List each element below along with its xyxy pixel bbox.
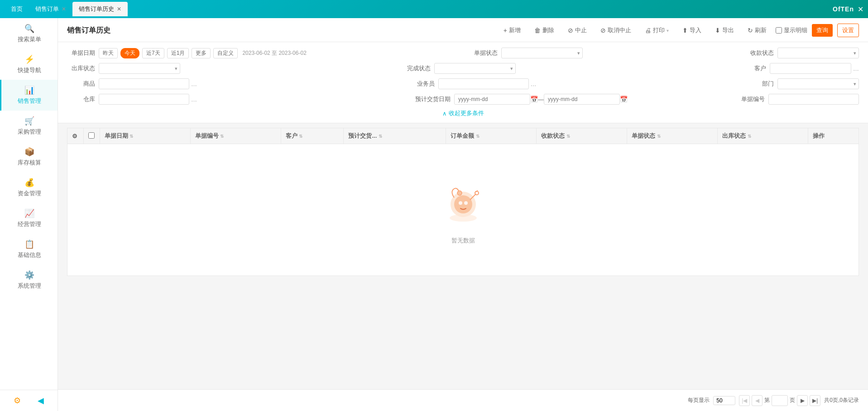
complete-select[interactable]: [434, 63, 516, 74]
delivery-date-start[interactable]: [454, 94, 530, 105]
table-body: 暂无数据: [67, 144, 859, 276]
empty-cell: 暂无数据: [67, 144, 859, 276]
tab-sales-order-history-close[interactable]: ✕: [117, 6, 121, 12]
customer-dots[interactable]: …: [853, 65, 859, 72]
print-button[interactable]: 🖨 打印 ▾: [640, 24, 673, 37]
date-7days[interactable]: 近7天: [142, 48, 164, 58]
th-date-sort[interactable]: ⇅: [129, 134, 133, 139]
th-payment-status: 收款状态 ⇅: [537, 128, 627, 144]
status-label: 单据状态: [470, 49, 501, 57]
filter-row-4: 仓库 … 预计交货日期 📅 — 📅 单据编号: [67, 94, 859, 105]
th-out-status-sort[interactable]: ⇅: [748, 134, 751, 139]
cancel-stop-icon: ⊘: [600, 27, 606, 34]
sidebar: 🔍 搜索菜单 ⚡ 快捷导航 📊 销售管理 🛒 采购管理 📦 库存核算 💰 资金管…: [0, 18, 58, 411]
salesperson-input[interactable]: [438, 78, 529, 89]
th-delivery-sort[interactable]: ⇅: [379, 134, 382, 139]
sidebar-item-quick-nav[interactable]: ⚡ 快捷导航: [0, 49, 58, 80]
date-1month[interactable]: 近1月: [167, 48, 189, 58]
delivery-date-end[interactable]: [544, 94, 620, 105]
refresh-button[interactable]: ↻ 刷新: [743, 24, 771, 37]
page-title: 销售订单历史: [67, 26, 110, 40]
sidebar-collapse-icon[interactable]: ◀: [38, 396, 44, 406]
stop-button[interactable]: ⊘ 中止: [563, 24, 591, 37]
date-more[interactable]: 更多: [192, 48, 211, 58]
page-first-btn[interactable]: |◀: [739, 395, 750, 406]
new-label: 新增: [509, 26, 521, 34]
collapse-button[interactable]: ∧ 收起更多条件: [442, 109, 484, 117]
sidebar-item-search-menu-label: 搜索菜单: [18, 35, 41, 44]
per-page-select[interactable]: 10 20 50 100: [713, 396, 735, 405]
dept-select[interactable]: [777, 78, 859, 89]
delete-button[interactable]: 🗑 删除: [530, 24, 559, 37]
date-end-icon[interactable]: 📅: [620, 96, 628, 103]
th-number-sort[interactable]: ⇅: [220, 134, 224, 139]
filter-row-1: 单据日期 昨天 今天 近7天 近1月 更多 自定义 2023-06-02 至 2…: [67, 48, 859, 58]
date-yesterday[interactable]: 昨天: [99, 48, 118, 58]
display-toggle-label: 显示明细: [784, 26, 807, 34]
tab-sales-order-history[interactable]: 销售订单历史 ✕: [72, 2, 128, 16]
print-icon: 🖨: [645, 27, 651, 34]
sidebar-item-system-mgmt[interactable]: ⚙️ 系统管理: [0, 265, 58, 295]
import-icon: ⬆: [682, 27, 688, 34]
new-button[interactable]: + 新增: [499, 24, 525, 37]
export-button[interactable]: ⬇ 导出: [710, 24, 739, 37]
order-no-label: 单据编号: [737, 95, 768, 103]
sidebar-item-purchase-mgmt[interactable]: 🛒 采购管理: [0, 111, 58, 141]
payment-select-wrapper: [777, 48, 859, 58]
delete-icon: 🗑: [534, 27, 541, 34]
sidebar-item-basic-info[interactable]: 📋 基础信息: [0, 234, 58, 265]
page-label: 页: [790, 396, 795, 404]
display-toggle[interactable]: 显示明细: [776, 26, 807, 34]
tab-sales-order-close[interactable]: ✕: [62, 6, 66, 12]
salesperson-dots[interactable]: …: [531, 81, 537, 87]
payment-select[interactable]: [777, 48, 859, 58]
import-button[interactable]: ⬆ 导入: [678, 24, 706, 37]
th-amount-sort[interactable]: ⇅: [476, 134, 480, 139]
page-next-btn[interactable]: ▶: [797, 395, 808, 406]
th-customer-sort[interactable]: ⇅: [299, 134, 302, 139]
sidebar-bottom: ⚙ ◀: [0, 390, 58, 411]
sidebar-item-sales-mgmt[interactable]: 📊 销售管理: [0, 80, 58, 111]
delete-label: 删除: [542, 26, 554, 34]
sidebar-item-operations[interactable]: 📈 经营管理: [0, 203, 58, 234]
top-bar-close-icon[interactable]: ✕: [858, 5, 863, 14]
tab-home[interactable]: 首页: [5, 2, 29, 16]
page-last-btn[interactable]: ▶|: [810, 395, 820, 406]
th-doc-status-sort[interactable]: ⇅: [657, 134, 661, 139]
order-no-input[interactable]: [768, 94, 859, 105]
goods-dots[interactable]: …: [191, 81, 197, 87]
date-custom[interactable]: 自定义: [213, 48, 238, 58]
sidebar-item-finance[interactable]: 💰 资金管理: [0, 172, 58, 203]
warehouse-label: 仓库: [67, 95, 99, 103]
gear-icon[interactable]: ⚙: [72, 133, 77, 140]
tab-sales-order[interactable]: 销售订单 ✕: [29, 2, 72, 16]
th-check: [84, 128, 100, 144]
customer-input[interactable]: [770, 63, 851, 74]
page-input[interactable]: 1: [772, 395, 788, 406]
operations-icon: 📈: [24, 208, 34, 218]
settings-button[interactable]: 设置: [837, 24, 859, 37]
export-label: 导出: [722, 26, 734, 34]
status-select[interactable]: [501, 48, 583, 58]
page-prev-btn[interactable]: ◀: [752, 395, 762, 406]
date-start-icon[interactable]: 📅: [530, 96, 538, 103]
goods-input[interactable]: [99, 78, 189, 89]
warehouse-input[interactable]: [99, 94, 189, 105]
sidebar-item-operations-label: 经营管理: [18, 220, 41, 228]
out-status-select[interactable]: [99, 63, 180, 74]
status-select-wrapper: [501, 48, 583, 58]
complete-select-wrapper: [434, 63, 516, 74]
table-wrapper: ⚙ 单据日期 ⇅ 单据编号 ⇅: [58, 123, 868, 389]
sidebar-item-inventory[interactable]: 📦 库存核算: [0, 141, 58, 172]
cancel-stop-button[interactable]: ⊘ 取消中止: [596, 24, 636, 37]
th-payment-status-sort[interactable]: ⇅: [566, 134, 570, 139]
sidebar-item-search-menu[interactable]: 🔍 搜索菜单: [0, 18, 58, 49]
query-button[interactable]: 查询: [812, 24, 833, 37]
empty-state: 暂无数据: [72, 148, 854, 272]
select-all-checkbox[interactable]: [88, 132, 95, 139]
collapse-up-icon: ∧: [442, 110, 447, 117]
display-toggle-checkbox[interactable]: [776, 27, 782, 34]
warehouse-dots[interactable]: …: [191, 96, 197, 103]
date-today[interactable]: 今天: [120, 48, 139, 58]
sidebar-settings-icon[interactable]: ⚙: [14, 396, 21, 406]
